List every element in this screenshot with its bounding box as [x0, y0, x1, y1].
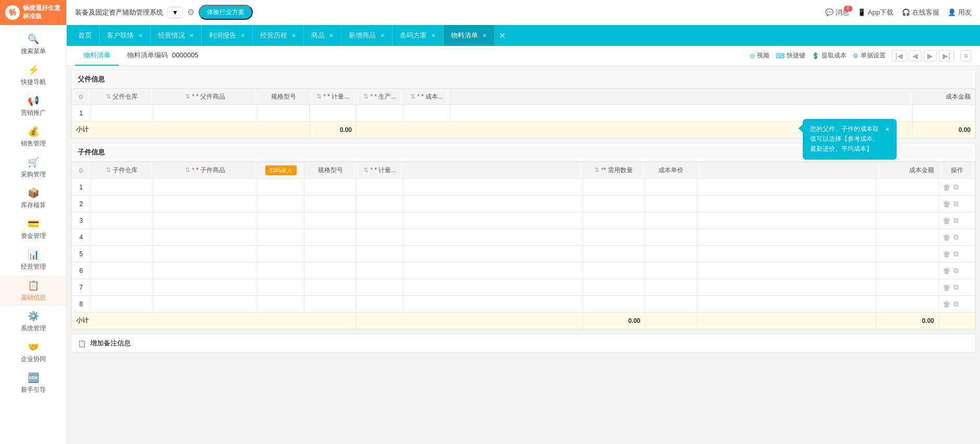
child-warehouse-2[interactable]: [91, 196, 153, 212]
child-scan-8[interactable]: [258, 296, 304, 313]
child-scan-4[interactable]: [258, 229, 304, 246]
child-scan-6[interactable]: [258, 262, 304, 279]
online-service[interactable]: 🎧 在线客服: [902, 8, 939, 17]
child-spec-4[interactable]: [304, 229, 357, 246]
child-product-1[interactable]: [153, 179, 258, 196]
child-spec-8[interactable]: [304, 296, 357, 313]
sidebar-item-operations[interactable]: 📊经营管理: [0, 245, 66, 275]
single-settings-action[interactable]: ⚙ 单据设置: [853, 51, 886, 60]
sidebar-item-guide[interactable]: 🆕新手引导: [0, 368, 66, 399]
child-unitcost-4[interactable]: [645, 229, 697, 246]
child-qty-8[interactable]: [582, 296, 645, 313]
child-scan-5[interactable]: [258, 246, 304, 262]
child-unitcost-6[interactable]: [645, 262, 697, 279]
child-warehouse-5[interactable]: [91, 246, 153, 262]
child-copy-2[interactable]: ⧉: [953, 199, 959, 208]
child-qty-4[interactable]: [582, 229, 645, 246]
child-qty-6[interactable]: [582, 262, 645, 279]
child-delete-4[interactable]: 🗑: [943, 233, 950, 242]
child-product-4[interactable]: [153, 229, 258, 246]
child-copy-8[interactable]: ⧉: [953, 299, 959, 308]
child-unitcost-5[interactable]: [645, 246, 697, 262]
child-delete-5[interactable]: 🗑: [943, 250, 950, 258]
tooltip-close-icon[interactable]: ×: [885, 124, 889, 135]
child-delete-2[interactable]: 🗑: [943, 200, 950, 208]
nav-tab-close-new_goods[interactable]: ✕: [380, 32, 385, 39]
child-scan-2[interactable]: [258, 196, 304, 212]
nav-tab-close-operations[interactable]: ✕: [189, 32, 194, 39]
sidebar-item-purchase[interactable]: 🛒采购管理: [0, 152, 66, 183]
sidebar-item-finance[interactable]: 💳资金管理: [0, 214, 66, 245]
child-unit-1[interactable]: [357, 179, 403, 196]
child-qty-1[interactable]: [582, 179, 645, 196]
nav-tab-history[interactable]: 经营历程✕: [253, 25, 304, 46]
system-select[interactable]: ▼: [167, 7, 183, 18]
parent-proddate-1[interactable]: [357, 105, 403, 122]
child-spec-7[interactable]: [304, 279, 357, 296]
nav-tab-close-customer[interactable]: ✕: [138, 32, 143, 39]
child-unitcost-1[interactable]: [645, 179, 697, 196]
parent-product-1[interactable]: [153, 105, 258, 122]
sidebar-item-basic[interactable]: 📋基础信息: [0, 275, 66, 306]
child-copy-3[interactable]: ⧉: [953, 216, 959, 225]
nav-next[interactable]: ▶: [924, 50, 937, 62]
child-warehouse-8[interactable]: [91, 296, 153, 313]
nav-first[interactable]: |◀: [892, 50, 907, 62]
nav-tab-close-history[interactable]: ✕: [291, 32, 296, 39]
sidebar-item-system[interactable]: ⚙️系统管理: [0, 306, 66, 337]
child-qty-7[interactable]: [582, 279, 645, 296]
nav-prev[interactable]: ◀: [909, 50, 922, 62]
nav-tab-close-profit[interactable]: ✕: [240, 32, 245, 39]
scan-input-btn[interactable]: 扫码录入: [265, 165, 297, 175]
child-unit-2[interactable]: [357, 196, 403, 212]
child-product-3[interactable]: [153, 212, 258, 229]
child-copy-7[interactable]: ⧉: [953, 283, 959, 292]
trial-button[interactable]: 体验行业方案: [199, 5, 253, 20]
child-delete-8[interactable]: 🗑: [943, 300, 950, 308]
child-copy-5[interactable]: ⧉: [953, 249, 959, 258]
child-unitcost-8[interactable]: [645, 296, 697, 313]
child-spec-2[interactable]: [304, 196, 357, 212]
nav-tab-barcode[interactable]: 条码方案✕: [393, 25, 444, 46]
view-action[interactable]: ◎ 视频: [750, 51, 769, 60]
sidebar-item-sales[interactable]: 💰销售管理: [0, 122, 66, 152]
child-unit-3[interactable]: [357, 212, 403, 229]
nav-last[interactable]: ▶|: [939, 50, 954, 62]
nav-tab-operations[interactable]: 经营情况✕: [151, 25, 202, 46]
parent-cost-1[interactable]: [403, 105, 450, 122]
child-qty-3[interactable]: [582, 212, 645, 229]
child-unitcost-3[interactable]: [645, 212, 697, 229]
child-spec-1[interactable]: [304, 179, 357, 196]
nav-tab-goods[interactable]: 商品✕: [304, 25, 341, 46]
extract-cost-action[interactable]: 💲 提取成本: [812, 51, 847, 60]
child-product-8[interactable]: [153, 296, 258, 313]
child-unitcost-2[interactable]: [645, 196, 697, 212]
nav-tab-close-goods[interactable]: ✕: [329, 32, 334, 39]
child-unit-5[interactable]: [357, 246, 403, 262]
child-product-6[interactable]: [153, 262, 258, 279]
child-product-2[interactable]: [153, 196, 258, 212]
settings-icon[interactable]: ⚙: [187, 7, 194, 17]
child-unit-6[interactable]: [357, 262, 403, 279]
child-qty-5[interactable]: [582, 246, 645, 262]
child-warehouse-4[interactable]: [91, 229, 153, 246]
shortcut-action[interactable]: ⌨ 快捷键: [776, 51, 805, 60]
parent-warehouse-1[interactable]: [91, 105, 153, 122]
sub-tab-bom-code[interactable]: 物料清单编码 0000005: [119, 46, 207, 66]
nav-tab-close-barcode[interactable]: ✕: [431, 32, 436, 39]
child-delete-6[interactable]: 🗑: [943, 267, 950, 275]
child-spec-3[interactable]: [304, 212, 357, 229]
child-product-7[interactable]: [153, 279, 258, 296]
child-warehouse-7[interactable]: [91, 279, 153, 296]
child-unit-7[interactable]: [357, 279, 403, 296]
nav-tab-profit[interactable]: 利润报告✕: [202, 25, 253, 46]
sidebar-item-collab[interactable]: 🤝企业协同: [0, 337, 66, 368]
child-copy-1[interactable]: ⧉: [953, 183, 959, 191]
child-warehouse-1[interactable]: [91, 179, 153, 196]
child-warehouse-3[interactable]: [91, 212, 153, 229]
nav-tab-close-bom[interactable]: ✕: [482, 32, 487, 39]
child-unit-8[interactable]: [357, 296, 403, 313]
child-delete-3[interactable]: 🗑: [943, 217, 950, 225]
nav-tab-new_goods[interactable]: 新增商品✕: [341, 25, 393, 46]
parent-spec-1[interactable]: [258, 105, 310, 122]
